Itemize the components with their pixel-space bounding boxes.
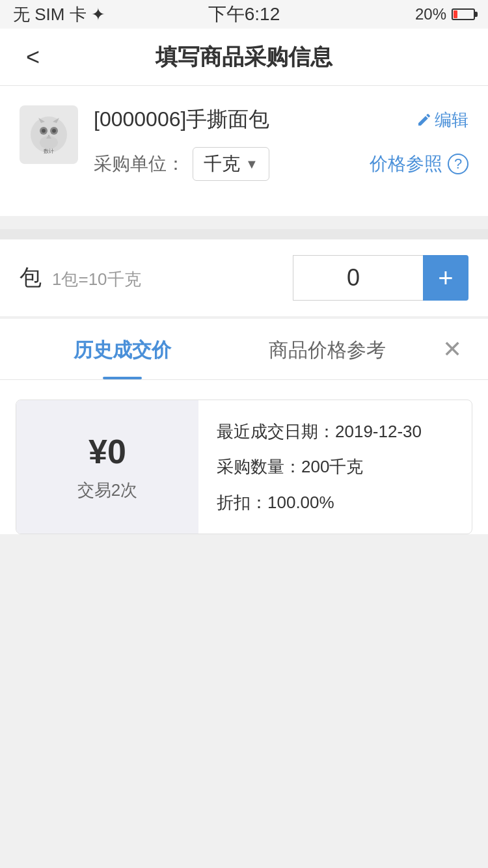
unit-value: 千克 xyxy=(204,152,240,176)
svg-point-3 xyxy=(42,129,46,133)
discount-row: 折扣：100.00% xyxy=(217,491,454,514)
purchase-qty-label: 采购数量： xyxy=(217,457,301,476)
page-title: 填写商品采购信息 xyxy=(156,42,332,72)
product-header: 数计 [0000006]手撕面包 编辑 采购单位： 千克 ▼ xyxy=(20,105,468,181)
quantity-input-row: + xyxy=(293,255,468,301)
purchase-qty-row: 采购数量：200千克 xyxy=(217,455,454,478)
main-content xyxy=(0,554,488,868)
edit-button[interactable]: 编辑 xyxy=(416,109,468,131)
transaction-price: ¥0 xyxy=(88,432,126,471)
unit-row: 采购单位： 千克 ▼ 价格参照 ? xyxy=(94,147,468,181)
svg-point-6 xyxy=(40,136,58,149)
quantity-row: 包 1包=10千克 + xyxy=(0,239,488,316)
section-divider xyxy=(0,229,488,239)
help-icon: ? xyxy=(448,154,468,174)
transaction-count: 交易2次 xyxy=(77,479,137,502)
status-bar: 无 SIM 卡 ✦ 下午6:12 20% xyxy=(0,0,488,29)
battery-percent: 20% xyxy=(415,5,446,23)
svg-point-4 xyxy=(52,129,56,133)
recent-date-value: 2019-12-30 xyxy=(335,422,422,441)
product-thumbnail: 数计 xyxy=(20,105,78,164)
unit-select[interactable]: 千克 ▼ xyxy=(193,147,269,181)
tab-history-price[interactable]: 历史成交价 xyxy=(20,319,224,379)
product-logo-icon: 数计 xyxy=(29,115,68,154)
product-card: 数计 [0000006]手撕面包 编辑 采购单位： 千克 ▼ xyxy=(0,86,488,216)
product-info: [0000006]手撕面包 编辑 采购单位： 千克 ▼ 价格 xyxy=(94,105,468,181)
tabs-close-button[interactable]: ✕ xyxy=(436,329,468,370)
svg-text:数计: 数计 xyxy=(44,148,54,154)
unit-character: 包 xyxy=(20,263,42,293)
tab-price-reference[interactable]: 商品价格参考 xyxy=(224,319,429,379)
status-time: 下午6:12 xyxy=(208,2,280,27)
transaction-details: 最近成交日期：2019-12-30 采购数量：200千克 折扣：100.00% xyxy=(198,400,472,534)
recent-date-row: 最近成交日期：2019-12-30 xyxy=(217,420,454,443)
quantity-plus-button[interactable]: + xyxy=(423,255,468,301)
quantity-input[interactable] xyxy=(293,255,423,301)
battery-icon xyxy=(452,8,475,20)
status-right: 20% xyxy=(415,5,475,23)
price-reference-button[interactable]: 价格参照 ? xyxy=(370,152,468,176)
recent-date-label: 最近成交日期： xyxy=(217,422,335,441)
discount-label: 折扣： xyxy=(217,493,267,512)
purchase-qty-value: 200千克 xyxy=(301,457,363,476)
transaction-card: ¥0 交易2次 最近成交日期：2019-12-30 采购数量：200千克 折扣：… xyxy=(16,400,472,534)
product-name-row: [0000006]手撕面包 编辑 xyxy=(94,105,468,134)
back-button[interactable]: < xyxy=(20,37,46,77)
status-signal: 无 SIM 卡 ✦ xyxy=(13,3,105,26)
discount-value: 100.00% xyxy=(267,493,334,512)
product-name: [0000006]手撕面包 xyxy=(94,105,269,134)
unit-dropdown-arrow: ▼ xyxy=(245,157,258,172)
unit-display: 包 1包=10千克 xyxy=(20,263,141,293)
tabs-panel: 历史成交价 商品价格参考 ✕ ¥0 交易2次 最近成交日期：2019-12-30… xyxy=(0,319,488,534)
transaction-price-block: ¥0 交易2次 xyxy=(16,400,198,534)
unit-conversion: 1包=10千克 xyxy=(52,268,141,291)
edit-icon xyxy=(416,112,432,128)
nav-bar: < 填写商品采购信息 xyxy=(0,29,488,86)
tabs-header: 历史成交价 商品价格参考 ✕ xyxy=(0,319,488,380)
unit-label: 采购单位： xyxy=(94,152,185,176)
